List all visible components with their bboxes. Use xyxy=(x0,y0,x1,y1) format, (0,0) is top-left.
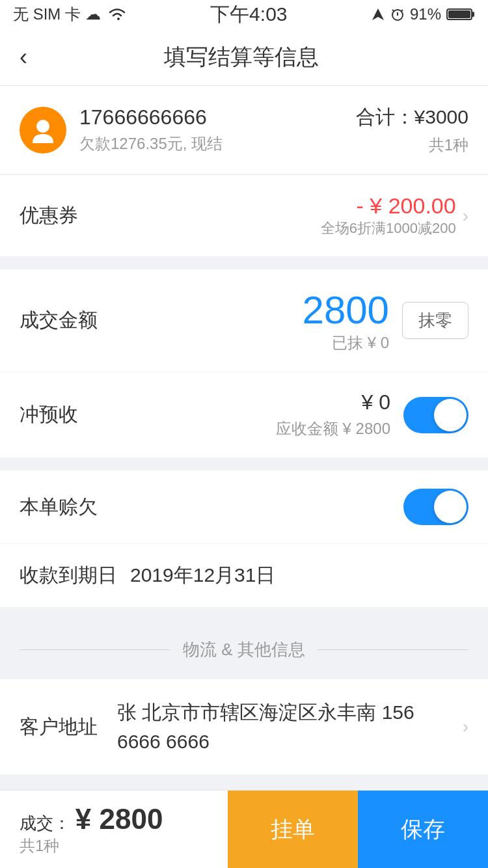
svg-line-3 xyxy=(392,10,394,12)
deal-amount-section: 成交金额 2800 已抹 ¥ 0 抹零 冲预收 ¥ 0 应收金额 ¥ 2800 xyxy=(0,269,488,457)
battery-icon xyxy=(446,7,475,21)
logistics-line-right xyxy=(318,649,468,650)
back-button[interactable]: ‹ xyxy=(20,44,27,71)
address-row[interactable]: 客户地址 张 北京市市辖区海淀区永丰南 156 6666 6666 › xyxy=(0,679,488,774)
prepay-label: 冲预收 xyxy=(20,401,78,428)
deal-amount-row: 成交金额 2800 已抹 ¥ 0 抹零 xyxy=(0,269,488,372)
save-button[interactable]: 保存 xyxy=(358,791,488,869)
avatar xyxy=(20,107,66,154)
svg-rect-7 xyxy=(448,10,470,18)
debt-label: 本单赊欠 xyxy=(20,494,98,521)
status-time: 下午4:03 xyxy=(210,1,287,28)
logistics-header: 物流 & 其他信息 xyxy=(0,620,488,679)
coupon-description: 全场6折满1000减200 xyxy=(321,219,456,238)
bottom-summary: 成交： ¥ 2800 共1种 xyxy=(0,803,228,856)
bottom-deal-label: 成交： xyxy=(20,813,70,833)
deal-amount-label: 成交金额 xyxy=(20,307,98,334)
coupon-right: - ¥ 200.00 全场6折满1000减200 › xyxy=(321,193,468,238)
debt-row: 本单赊欠 xyxy=(0,470,488,544)
battery-percent: 91% xyxy=(410,5,441,23)
due-date-label: 收款到期日 xyxy=(20,562,117,589)
location-icon xyxy=(371,7,385,21)
status-right: 91% xyxy=(371,5,475,23)
bottom-deal-line: 成交： ¥ 2800 xyxy=(20,803,208,835)
coupon-content: - ¥ 200.00 全场6折满1000减200 xyxy=(321,193,456,238)
customer-debt: 欠款1276.35元, 现结 xyxy=(79,133,356,154)
status-bar: 无 SIM 卡 ☁ 下午4:03 91% xyxy=(0,0,488,29)
hang-button[interactable]: 挂单 xyxy=(228,791,358,869)
debt-section: 本单赊欠 收款到期日 2019年12月31日 xyxy=(0,470,488,607)
wifi-icon xyxy=(107,7,127,21)
debt-toggle-knob xyxy=(434,491,467,523)
chevron-right-icon: › xyxy=(463,206,468,226)
already-rounded: 已抹 ¥ 0 xyxy=(303,332,389,353)
page-title: 填写结算等信息 xyxy=(40,42,442,72)
total-amount: 合计：¥3000 xyxy=(356,104,468,131)
coupon-label: 优惠券 xyxy=(20,202,78,229)
content-area: 17666666666 欠款1276.35元, 现结 合计：¥3000 共1种 … xyxy=(0,86,488,868)
total-count: 共1种 xyxy=(356,135,468,156)
logistics-line-left xyxy=(20,649,170,650)
svg-marker-0 xyxy=(372,8,384,20)
bottom-deal-amount: ¥ 2800 xyxy=(75,803,163,835)
bottom-deal-count: 共1种 xyxy=(20,835,208,856)
alarm-icon xyxy=(390,7,405,21)
receivable-amount: 应收金额 ¥ 2800 xyxy=(276,418,390,439)
debt-toggle[interactable] xyxy=(403,489,468,525)
address-label: 客户地址 xyxy=(20,714,98,740)
due-date-value: 2019年12月31日 xyxy=(130,562,275,589)
svg-rect-6 xyxy=(472,12,474,17)
nav-bar: ‹ 填写结算等信息 xyxy=(0,29,488,86)
customer-total: 合计：¥3000 共1种 xyxy=(356,104,468,156)
coupon-row[interactable]: 优惠券 - ¥ 200.00 全场6折满1000减200 › xyxy=(0,175,488,256)
sim-label: 无 SIM 卡 ☁ xyxy=(13,4,101,25)
bottom-bar: 成交： ¥ 2800 共1种 挂单 保存 xyxy=(0,790,488,868)
status-left: 无 SIM 卡 ☁ xyxy=(13,4,127,25)
prepay-value-area: ¥ 0 应收金额 ¥ 2800 xyxy=(276,390,390,439)
prepay-row: 冲预收 ¥ 0 应收金额 ¥ 2800 xyxy=(0,372,488,457)
coupon-discount: - ¥ 200.00 xyxy=(321,193,456,219)
address-value: 张 北京市市辖区海淀区永丰南 156 6666 6666 xyxy=(117,698,456,756)
prepay-toggle[interactable] xyxy=(403,397,468,433)
customer-details: 17666666666 欠款1276.35元, 现结 xyxy=(79,105,356,154)
address-chevron-icon: › xyxy=(463,716,468,737)
due-date-row: 收款到期日 2019年12月31日 xyxy=(0,544,488,607)
round-zero-button[interactable]: 抹零 xyxy=(402,302,468,339)
svg-line-4 xyxy=(401,10,403,12)
deal-amount-value-area: 2800 已抹 ¥ 0 抹零 xyxy=(303,288,468,353)
customer-phone: 17666666666 xyxy=(79,105,356,129)
logistics-title: 物流 & 其他信息 xyxy=(183,638,305,661)
customer-info-section: 17666666666 欠款1276.35元, 现结 合计：¥3000 共1种 xyxy=(0,86,488,174)
deal-amount-value: 2800 xyxy=(303,288,389,332)
svg-point-8 xyxy=(36,120,49,133)
prepay-amount: ¥ 0 xyxy=(276,390,390,414)
toggle-knob xyxy=(434,399,467,431)
